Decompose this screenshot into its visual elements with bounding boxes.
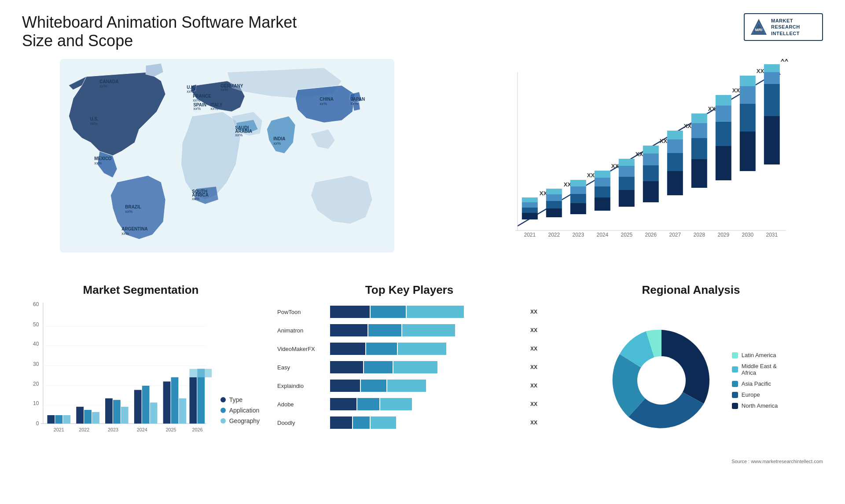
svg-rect-136 [163, 381, 171, 424]
source-text: Source : www.marketresearchintellect.com [559, 459, 823, 464]
svg-text:U.S.: U.S. [90, 117, 99, 121]
svg-rect-133 [142, 386, 150, 424]
svg-text:ARGENTINA: ARGENTINA [121, 226, 147, 231]
players-list: PowToon XX Animatron XX [277, 306, 541, 429]
svg-rect-77 [667, 153, 683, 171]
svg-rect-101 [764, 84, 780, 116]
asia-pacific-dot [732, 381, 738, 387]
svg-text:50: 50 [33, 321, 39, 328]
svg-rect-124 [76, 407, 84, 424]
segmentation-title: Market Segmentation [22, 283, 260, 297]
player-bar [330, 416, 526, 429]
svg-rect-90 [716, 106, 731, 122]
player-xx: XX [530, 364, 541, 370]
players-section: Top Key Players PowToon XX Animatron [277, 283, 541, 468]
svg-rect-43 [522, 197, 538, 202]
player-name: PowToon [277, 309, 326, 315]
player-name: Doodly [277, 420, 326, 426]
svg-text:xx%: xx% [125, 209, 132, 214]
svg-rect-122 [63, 415, 70, 424]
page-header: Whiteboard Animation Software Market Siz… [22, 13, 823, 50]
svg-text:2021: 2021 [54, 427, 64, 432]
world-map-svg: CANADA xx% U.S. xx% MEXICO xx% BRAZIL xx… [22, 59, 432, 252]
player-bar [330, 398, 526, 410]
player-bar [330, 324, 526, 336]
svg-rect-59 [595, 186, 610, 197]
svg-rect-94 [740, 131, 756, 171]
latin-america-label: Latin America [742, 352, 776, 358]
svg-text:2025: 2025 [166, 427, 176, 432]
svg-rect-134 [150, 402, 158, 424]
player-row: Doodly XX [277, 416, 541, 429]
seg-chart-svg: 0 10 20 30 40 50 60 [22, 297, 212, 445]
legend-type-label: Type [229, 396, 242, 403]
svg-text:XX: XX [636, 151, 643, 157]
svg-text:2026: 2026 [192, 427, 202, 432]
svg-text:2024: 2024 [137, 427, 147, 432]
players-title: Top Key Players [277, 283, 541, 297]
svg-rect-72 [643, 153, 659, 165]
svg-rect-128 [105, 398, 113, 424]
svg-text:2021: 2021 [524, 232, 536, 238]
svg-rect-132 [134, 390, 142, 424]
mea-label: Middle East &Africa [742, 363, 777, 376]
svg-text:2023: 2023 [573, 232, 584, 238]
svg-rect-49 [546, 189, 562, 194]
legend-geography: Geography [220, 417, 260, 424]
player-bar [330, 343, 526, 355]
svg-point-146 [637, 356, 686, 405]
logo-icon: MRI [750, 18, 768, 36]
player-row: Animatron XX [277, 324, 541, 336]
svg-text:XX: XX [708, 106, 716, 112]
svg-rect-47 [546, 201, 562, 208]
svg-text:2029: 2029 [718, 232, 730, 238]
svg-text:xx%: xx% [220, 88, 228, 92]
player-row: Easy XX [277, 361, 541, 373]
svg-rect-129 [113, 400, 121, 424]
north-america-dot [732, 403, 738, 409]
asia-pacific-label: Asia Pacific [742, 380, 771, 387]
svg-text:XX: XX [757, 68, 764, 74]
svg-rect-126 [92, 412, 99, 424]
player-bar [330, 361, 526, 373]
svg-rect-58 [595, 197, 610, 211]
svg-rect-65 [619, 177, 635, 190]
svg-rect-53 [570, 194, 586, 203]
svg-rect-100 [764, 116, 780, 164]
svg-text:XX: XX [611, 163, 619, 169]
map-container: CANADA xx% U.S. xx% MEXICO xx% BRAZIL xx… [22, 59, 432, 252]
regional-title: Regional Analysis [559, 283, 823, 297]
svg-text:XX: XX [781, 59, 789, 63]
player-name: VideoMakerFX [277, 346, 326, 352]
svg-text:60: 60 [33, 301, 39, 307]
regional-container: Latin America Middle East &Africa Asia P… [559, 306, 823, 455]
legend-asia-pacific: Asia Pacific [732, 380, 778, 387]
svg-text:10: 10 [33, 400, 39, 406]
svg-text:xx%: xx% [273, 141, 281, 146]
svg-text:xx%: xx% [99, 84, 107, 88]
svg-rect-48 [546, 194, 562, 201]
regional-legend: Latin America Middle East &Africa Asia P… [732, 352, 778, 409]
svg-text:2025: 2025 [621, 232, 633, 238]
svg-rect-82 [691, 159, 707, 188]
svg-rect-96 [740, 86, 756, 104]
logo: MRI MARKET RESEARCH INTELLECT [744, 13, 823, 41]
pie-svg [604, 323, 719, 438]
player-name: Adobe [277, 401, 326, 408]
player-xx: XX [530, 309, 541, 315]
bar-chart-svg: 2021 XX 2022 XX 2023 XX [450, 59, 823, 252]
svg-rect-60 [595, 178, 610, 186]
svg-text:xx%: xx% [94, 161, 102, 165]
svg-rect-84 [691, 123, 707, 138]
svg-rect-89 [716, 122, 731, 146]
europe-dot [732, 392, 738, 398]
player-row: Adobe XX [277, 398, 541, 410]
player-xx: XX [530, 327, 541, 333]
legend-application: Application [220, 407, 260, 414]
svg-text:xx%: xx% [235, 133, 242, 137]
type-dot [220, 397, 226, 402]
svg-text:2027: 2027 [669, 232, 681, 238]
svg-text:INDIA: INDIA [273, 136, 285, 141]
svg-rect-42 [522, 202, 538, 208]
map-section: CANADA xx% U.S. xx% MEXICO xx% BRAZIL xx… [22, 59, 432, 270]
